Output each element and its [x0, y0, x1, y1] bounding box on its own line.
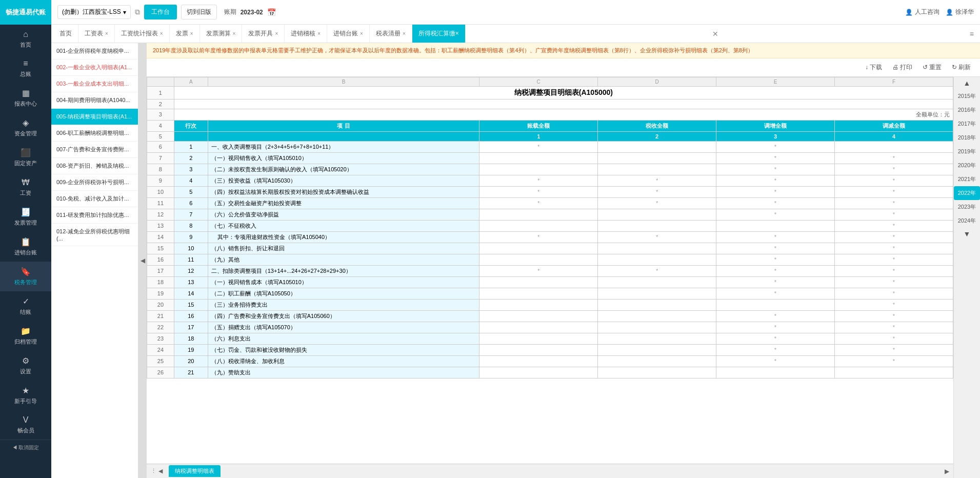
col-subheader-blank2 — [208, 131, 479, 141]
home-icon: ⌂ — [23, 30, 28, 39]
sidebar-item-ledger[interactable]: ≡ 总账 — [0, 54, 51, 83]
tab-salary-report[interactable]: 工资统计报表 × — [115, 25, 170, 43]
bottom-nav: ▶ — [945, 468, 949, 475]
col-subheader-blank — [174, 131, 208, 141]
col-subheader-2: 2 — [598, 131, 716, 141]
year-2015[interactable]: 2015年 — [954, 89, 980, 103]
left-panel-item-012[interactable]: 012-减免企业所得税优惠明细(... — [51, 224, 138, 246]
sidebar-item-tax[interactable]: 🔖 税务管理 — [0, 262, 51, 291]
report-icon: ▦ — [22, 88, 30, 98]
tab-invoice[interactable]: 发票 × — [170, 25, 200, 43]
calendar-icon[interactable]: 📅 — [267, 8, 276, 16]
topbar-right: 👤 人工咨询 👤 徐泽华 — [905, 8, 974, 16]
sidebar-item-member[interactable]: V 畅会员 — [0, 410, 51, 440]
sidebar-item-archive[interactable]: 📁 归档管理 — [0, 321, 51, 351]
tab-purchase-check[interactable]: 进销稽核 × — [285, 25, 327, 43]
tabbar-menu-button[interactable]: ≡ — [966, 27, 978, 41]
refresh-button[interactable]: ↻ 刷新 — [949, 62, 974, 73]
left-panel-item-002[interactable]: 002-一般企业收入明细表(A1... — [51, 59, 138, 76]
table-row-1: 1 纳税调整项目明细表(A105000) — [147, 86, 953, 99]
tab-close-invoice-open[interactable]: × — [275, 31, 278, 36]
fund-icon: ◈ — [23, 118, 29, 128]
tab-tax-list[interactable]: 税表清册 × — [370, 25, 412, 43]
download-button[interactable]: ↓ 下载 — [862, 62, 885, 73]
sidebar-item-report[interactable]: ▦ 报表中心 — [0, 83, 51, 113]
left-panel-item-006[interactable]: 006-职工薪酬纳税调整明细... — [51, 125, 138, 142]
year-2021[interactable]: 2021年 — [954, 172, 980, 186]
table-row: 21 16 （四）广告费和业务宣传费支出（填写A105060） * * — [147, 310, 953, 322]
tax-icon: 🔖 — [21, 267, 31, 276]
sidebar-item-home[interactable]: ⌂ 首页 — [0, 25, 51, 54]
sidebar-item-purchase[interactable]: 📋 进销台账 — [0, 232, 51, 262]
sheet-tab-adjust[interactable]: 纳税调整明细表 — [169, 465, 221, 477]
table-row: 9 4 （三）投资收益（填写A105030） * * * * — [147, 175, 953, 186]
invoice-icon: 🧾 — [21, 207, 31, 217]
main-area: (勿删）江西股宝-LSS ▾ ⧉ 工作台 切到旧版 账期 2023-02 📅 👤… — [51, 0, 980, 478]
workbench-button[interactable]: 工作台 — [144, 5, 177, 19]
tab-salary[interactable]: 工资表 × — [78, 25, 115, 43]
year-2018[interactable]: 2018年 — [954, 131, 980, 145]
table-row: 19 14 （二）职工薪酬（填写A105050） * * — [147, 288, 953, 299]
tab-invoice-open[interactable]: 发票开具 × — [242, 25, 285, 43]
switch-old-button[interactable]: 切到旧版 — [181, 5, 217, 19]
tab-home[interactable]: 首页 — [53, 25, 78, 43]
collapse-panel-button[interactable]: ◀ — [138, 43, 147, 478]
table-unit: 全额单位：元 — [174, 109, 953, 120]
year-2024[interactable]: 2024年 — [954, 214, 980, 228]
sidebar-item-fund[interactable]: ◈ 资金管理 — [0, 113, 51, 143]
col-subheader-3: 3 — [716, 131, 835, 141]
year-2023[interactable]: 2023年 — [954, 200, 980, 214]
year-scroll-down[interactable]: ▼ — [963, 228, 972, 240]
service-button[interactable]: 👤 人工咨询 — [905, 8, 939, 16]
sidebar-pin-button[interactable]: ◀ 取消固定 — [0, 440, 51, 455]
ledger-icon: ≡ — [23, 59, 28, 68]
copy-icon[interactable]: ⧉ — [135, 8, 140, 16]
left-panel-item-011[interactable]: 011-研发费用加计扣除优惠... — [51, 207, 138, 224]
year-2017[interactable]: 2017年 — [954, 117, 980, 131]
left-panel-item-008[interactable]: 008-资产折旧、摊销及纳税... — [51, 158, 138, 174]
user-avatar[interactable]: 👤 徐泽华 — [946, 8, 974, 16]
tab-close-invoice-calc[interactable]: × — [233, 31, 236, 36]
company-selector[interactable]: (勿删）江西股宝-LSS ▾ — [57, 5, 131, 19]
tab-close-invoice[interactable]: × — [190, 31, 193, 36]
year-scroll-up[interactable]: ▲ — [963, 77, 972, 89]
left-panel-item-003[interactable]: 003-一般企业成本支出明细... — [51, 76, 138, 92]
tab-close-salary-report[interactable]: × — [160, 31, 163, 36]
tab-close-tax-list[interactable]: × — [403, 31, 406, 36]
table-row: 7 2 （一）视同销售收入（填写A105010） * * — [147, 152, 953, 164]
left-panel-item-010[interactable]: 010-免税、减计收入及加计... — [51, 191, 138, 207]
col-header-c4: 调减全额 — [835, 120, 953, 131]
tabbar-close-button[interactable]: ✕ — [708, 27, 723, 41]
print-button[interactable]: 🖨 打印 — [889, 62, 915, 73]
print-icon: 🖨 — [892, 64, 898, 71]
tab-purchase-ledger[interactable]: 进销台账 × — [327, 25, 370, 43]
sidebar-item-settings[interactable]: ⚙ 设置 — [0, 351, 51, 381]
left-panel-item-007[interactable]: 007-广告费和业务宣传费附... — [51, 142, 138, 158]
left-panel-item-004[interactable]: 004-期间费用明细表(A1040... — [51, 92, 138, 109]
sidebar-item-asset[interactable]: ⬛ 固定资产 — [0, 143, 51, 172]
notice-bar: 2019年度涉及取以前年度维修数据的申报表单元格需要手工维护正确，才能保证本年及… — [147, 43, 980, 58]
year-2016[interactable]: 2016年 — [954, 103, 980, 117]
year-2022[interactable]: 2022年 — [954, 186, 980, 200]
year-2019[interactable]: 2019年 — [954, 145, 980, 158]
sidebar-item-close[interactable]: ✓ 结账 — [0, 291, 51, 321]
reset-icon: ↺ — [923, 64, 928, 71]
table-row: 6 1 一、收入类调整项目（2+3+4+5+6+7+8+10+11） * * — [147, 141, 953, 152]
tab-tax-compute[interactable]: 所得税汇算缴× — [412, 25, 466, 43]
scroll-right-icon[interactable]: ▶ — [945, 468, 949, 475]
col-subheader-4: 4 — [835, 131, 953, 141]
tab-close-purchase-check[interactable]: × — [317, 31, 321, 36]
sidebar-item-guide[interactable]: ★ 新手引导 — [0, 381, 51, 410]
left-panel-item-005[interactable]: 005-纳税调整项目明细表(A1... — [51, 109, 138, 125]
tab-close-purchase-ledger[interactable]: × — [360, 31, 363, 36]
table-row: 23 18 （六）利息支出 * * — [147, 333, 953, 344]
sidebar-item-salary[interactable]: ₩ 工资 — [0, 172, 51, 202]
year-2020[interactable]: 2020年 — [954, 158, 980, 172]
sidebar-item-invoice[interactable]: 🧾 发票管理 — [0, 202, 51, 232]
left-panel-item-001[interactable]: 001-企业所得税年度纳税申... — [51, 43, 138, 59]
left-panel-item-009[interactable]: 009-企业所得税弥补亏损明... — [51, 174, 138, 191]
tab-invoice-calc[interactable]: 发票测算 × — [200, 25, 243, 43]
tab-close-salary[interactable]: × — [105, 31, 108, 36]
avatar-icon: 👤 — [946, 9, 953, 16]
reset-button[interactable]: ↺ 重置 — [919, 62, 945, 73]
